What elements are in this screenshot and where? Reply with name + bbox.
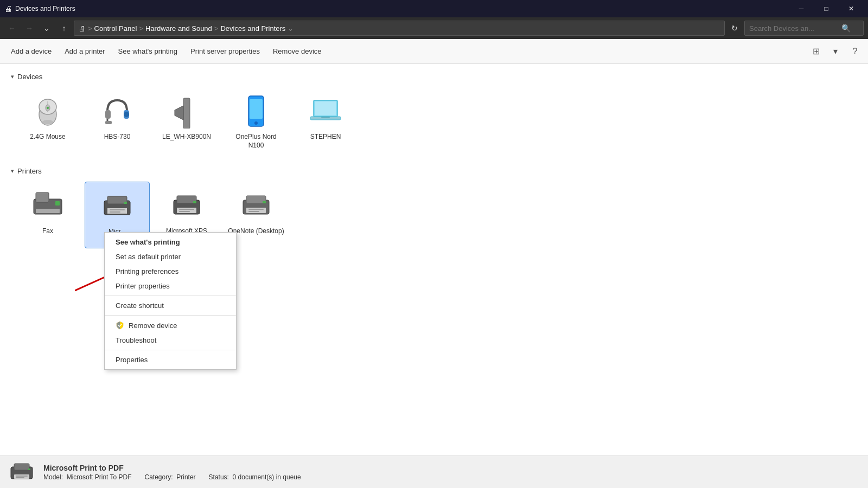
svg-rect-18 (315, 101, 336, 115)
svg-rect-23 (36, 209, 60, 213)
printers-chevron: ▾ (11, 168, 14, 175)
statusbar: Microsoft Print to PDF Model: Microsoft … (0, 455, 868, 488)
minimize-button[interactable]: ─ (789, 0, 814, 17)
forward-button[interactable]: → (22, 21, 37, 36)
devices-grid: 2.4G Mouse HBS-730 (15, 87, 857, 154)
device-mouse[interactable]: 2.4G Mouse (15, 87, 80, 154)
svg-rect-28 (107, 208, 127, 214)
svg-rect-47 (14, 464, 29, 470)
printers-section-header[interactable]: ▾ Printers (11, 167, 857, 175)
fax-label: Fax (42, 227, 53, 236)
phone-icon (237, 92, 276, 131)
refresh-button[interactable]: ↻ (727, 21, 742, 36)
close-button[interactable]: ✕ (839, 0, 864, 17)
devices-section-header[interactable]: ▾ Devices (11, 73, 857, 81)
svg-rect-42 (248, 211, 259, 212)
search-icon: 🔍 (841, 24, 851, 33)
devices-chevron: ▾ (11, 73, 14, 80)
ms-xps-icon (167, 186, 206, 225)
view-dropdown-button[interactable]: ▾ (827, 43, 844, 60)
status-category-value: Printer (176, 473, 195, 481)
headset-icon (98, 92, 137, 131)
context-troubleshoot[interactable]: Troubleshoot (105, 333, 236, 348)
speaker-icon (167, 92, 206, 131)
ms-print-pdf-icon (98, 187, 137, 226)
context-printing-preferences[interactable]: Printing preferences (105, 264, 236, 279)
status-printer-icon (9, 459, 35, 485)
context-printer-properties[interactable]: Printer properties (105, 279, 236, 293)
breadcrumb-control-panel[interactable]: Control Panel (94, 24, 137, 33)
shield-icon (116, 321, 124, 330)
context-create-shortcut[interactable]: Create shortcut (105, 298, 236, 313)
context-properties[interactable]: Properties (105, 352, 236, 367)
mouse-icon (28, 92, 67, 131)
devices-label: Devices (17, 73, 42, 81)
recent-locations-button[interactable]: ⌄ (39, 21, 54, 36)
status-printer-name: Microsoft Print to PDF (43, 464, 301, 472)
add-printer-button[interactable]: Add a printer (58, 41, 111, 62)
svg-rect-29 (110, 209, 125, 210)
see-whats-printing-button[interactable]: See what's printing (112, 41, 184, 62)
laptop-label: STEPHEN (310, 133, 341, 142)
breadcrumb-devices[interactable]: Devices and Printers (220, 24, 285, 33)
context-remove-device[interactable]: Remove device (105, 318, 236, 333)
svg-rect-37 (193, 201, 196, 203)
help-button[interactable]: ? (846, 43, 864, 60)
add-device-button[interactable]: Add a device (4, 41, 58, 62)
device-speaker[interactable]: LE_WH-XB900N (154, 87, 219, 154)
svg-rect-51 (28, 468, 30, 470)
svg-rect-49 (16, 476, 28, 477)
device-fax[interactable]: Fax (15, 182, 80, 248)
status-model-label: Model: (43, 473, 63, 481)
status-info: Microsoft Print to PDF Model: Microsoft … (43, 464, 301, 481)
svg-rect-41 (248, 209, 264, 210)
search-box[interactable]: 🔍 (744, 21, 864, 36)
onenote-icon (237, 186, 276, 225)
svg-rect-10 (105, 121, 112, 124)
address-icon: 🖨 (79, 24, 86, 33)
context-set-default[interactable]: Set as default printer (105, 249, 236, 264)
maximize-button[interactable]: □ (814, 0, 839, 17)
status-model-field: Model: Microsoft Print To PDF (43, 473, 132, 481)
remove-device-button[interactable]: Remove device (266, 41, 328, 62)
status-category-label: Category: (145, 473, 173, 481)
toolbar: Add a device Add a printer See what's pr… (0, 39, 868, 64)
context-see-whats-printing[interactable]: See what's printing (105, 235, 236, 249)
svg-rect-34 (177, 208, 196, 213)
svg-rect-15 (250, 99, 263, 119)
svg-rect-50 (16, 477, 24, 478)
addressbar: ← → ⌄ ↑ 🖨 > Control Panel > Hardware and… (0, 17, 868, 39)
svg-rect-36 (179, 211, 190, 212)
svg-rect-40 (246, 208, 266, 213)
svg-rect-31 (124, 202, 127, 204)
breadcrumb-hardware[interactable]: Hardware and Sound (145, 24, 212, 33)
context-sep-2 (105, 315, 236, 316)
address-dropdown-icon[interactable]: ⌄ (288, 24, 293, 33)
view-options-button[interactable]: ⊞ (807, 43, 825, 60)
context-sep-1 (105, 296, 236, 296)
svg-point-5 (42, 120, 53, 124)
print-server-properties-button[interactable]: Print server properties (184, 41, 266, 62)
svg-line-44 (75, 275, 108, 291)
mouse-label: 2.4G Mouse (30, 133, 65, 142)
phone-label: OnePlus Nord N100 (228, 133, 284, 150)
status-status-value: 0 document(s) in queue (233, 473, 301, 481)
svg-marker-12 (175, 106, 183, 120)
address-box[interactable]: 🖨 > Control Panel > Hardware and Sound >… (74, 21, 725, 36)
headset-label: HBS-730 (104, 133, 131, 142)
window-title: Devices and Printers (15, 5, 789, 12)
status-model-value: Microsoft Print To PDF (67, 473, 132, 481)
search-input[interactable] (749, 24, 841, 33)
status-category-field: Category: Printer (145, 473, 196, 481)
back-button[interactable]: ← (4, 21, 20, 36)
svg-point-16 (254, 121, 258, 125)
context-sep-3 (105, 350, 236, 350)
toolbar-right: ⊞ ▾ ? (807, 43, 864, 60)
device-phone[interactable]: OnePlus Nord N100 (224, 87, 289, 154)
main-content: ▾ Devices 2.4G Mouse (0, 64, 868, 455)
svg-rect-24 (55, 201, 60, 206)
device-laptop[interactable]: STEPHEN (293, 87, 358, 154)
up-button[interactable]: ↑ (56, 21, 72, 36)
device-headset[interactable]: HBS-730 (85, 87, 150, 154)
context-menu: See what's printing Set as default print… (104, 232, 237, 370)
